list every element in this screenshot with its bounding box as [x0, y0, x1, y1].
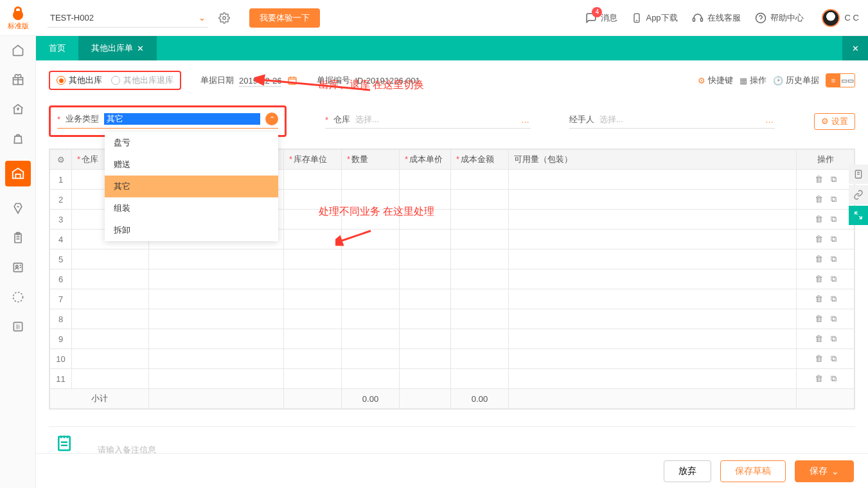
table-row[interactable]: 9🗑⧉: [50, 329, 855, 349]
remark-bar: 备注信息 请输入备注信息: [49, 426, 855, 453]
business-type-value[interactable]: 其它: [104, 113, 260, 125]
nav-process-icon[interactable]: [10, 289, 26, 305]
copy-icon[interactable]: ⧉: [831, 234, 837, 244]
nav-contacts-icon[interactable]: [10, 260, 26, 275]
chevron-down-icon: ⌄: [831, 466, 839, 476]
more-icon[interactable]: …: [521, 115, 531, 125]
nav-home-icon[interactable]: [10, 42, 26, 58]
close-all-tabs[interactable]: ✕: [842, 36, 868, 60]
nav-gift-icon[interactable]: [10, 72, 26, 87]
copy-icon[interactable]: ⧉: [831, 314, 837, 323]
delete-icon[interactable]: 🗑: [815, 274, 823, 284]
nav-new-icon[interactable]: 新: [10, 319, 26, 334]
dropdown-option[interactable]: 拆卸: [105, 219, 278, 241]
edition-label: 标准版: [8, 21, 29, 31]
nav-bag-icon[interactable]: [10, 131, 26, 147]
save-draft-button[interactable]: 保存草稿: [720, 460, 786, 482]
row-index: 1: [50, 170, 72, 190]
nav-warehouse-icon[interactable]: [5, 161, 31, 186]
copy-icon[interactable]: ⧉: [831, 374, 837, 383]
tab-home[interactable]: 首页: [36, 36, 78, 60]
delete-icon[interactable]: 🗑: [815, 194, 823, 204]
copy-icon[interactable]: ⧉: [831, 274, 837, 284]
delete-icon[interactable]: 🗑: [815, 214, 823, 224]
page-body: 其他出库 其他出库退库 单据日期 2019-12-26 单据: [36, 60, 868, 453]
dropdown-option[interactable]: 赠送: [105, 154, 278, 176]
delete-icon[interactable]: 🗑: [815, 254, 823, 264]
row-index: 5: [50, 249, 72, 269]
delete-icon[interactable]: 🗑: [815, 314, 823, 323]
nav-inbound-icon[interactable]: [10, 102, 26, 117]
col-cost-price: 成本单价: [400, 150, 451, 170]
copy-icon[interactable]: ⧉: [831, 194, 837, 204]
delete-icon[interactable]: 🗑: [815, 174, 823, 184]
radio-other-outbound[interactable]: 其他出库: [57, 75, 102, 86]
remark-input[interactable]: 请输入备注信息: [98, 444, 855, 454]
copy-icon[interactable]: ⧉: [831, 354, 837, 363]
nav-finance-icon[interactable]: [10, 201, 26, 216]
discard-button[interactable]: 放弃: [664, 460, 711, 482]
avatar[interactable]: [822, 9, 840, 27]
more-icon[interactable]: …: [765, 115, 775, 125]
copy-icon[interactable]: ⧉: [831, 214, 837, 224]
table-row[interactable]: 7🗑⧉: [50, 289, 855, 309]
shortcut-button[interactable]: ⚙快捷键: [698, 75, 733, 86]
messages-button[interactable]: 消息 4: [585, 12, 617, 24]
help-center-button[interactable]: 帮助中心: [755, 12, 804, 24]
copy-icon[interactable]: ⧉: [831, 294, 837, 303]
delete-icon[interactable]: 🗑: [815, 294, 823, 303]
row-index: 8: [50, 309, 72, 329]
chevron-up-icon[interactable]: ⌃: [265, 113, 278, 125]
dropdown-option-selected[interactable]: 其它: [105, 176, 278, 197]
tenant-select[interactable]: TEST-H002 ⌄: [48, 8, 208, 28]
table-row[interactable]: 11🗑⧉: [50, 369, 855, 389]
table-row[interactable]: 6🗑⧉: [50, 269, 855, 289]
warehouse-field[interactable]: * 仓库 选择... …: [325, 114, 531, 129]
row-ops: 🗑⧉: [797, 210, 855, 230]
dropdown-option[interactable]: 盘亏: [105, 132, 278, 154]
row-ops: 🗑⧉: [797, 249, 855, 269]
expand-icon[interactable]: [849, 206, 868, 225]
col-qty: 数量: [342, 150, 400, 170]
svg-text:新: 新: [15, 323, 21, 330]
tab-other-outbound[interactable]: 其他出库单 ✕: [78, 36, 157, 60]
online-service-button[interactable]: 在线客服: [692, 12, 741, 24]
copy-icon[interactable]: ⧉: [831, 334, 837, 343]
copy-icon[interactable]: ⧉: [831, 254, 837, 264]
link-icon[interactable]: [849, 185, 868, 204]
table-row[interactable]: 5🗑⧉: [50, 249, 855, 269]
table-row[interactable]: 8🗑⧉: [50, 309, 855, 329]
handler-field[interactable]: 经手人 选择... …: [569, 114, 775, 129]
delete-icon[interactable]: 🗑: [815, 354, 823, 363]
experience-button[interactable]: 我要体验一下: [249, 8, 320, 28]
view-toggle[interactable]: ≡ ▭▭: [826, 73, 855, 87]
dropdown-option[interactable]: 组装: [105, 197, 278, 219]
note-icon[interactable]: [849, 165, 868, 184]
list-view-icon[interactable]: ≡: [826, 74, 840, 87]
close-icon[interactable]: ✕: [137, 44, 144, 53]
delete-icon[interactable]: 🗑: [815, 374, 823, 383]
settings-button[interactable]: ⚙ 设置: [814, 113, 855, 130]
ops-button[interactable]: ▦操作: [740, 75, 766, 86]
save-button[interactable]: 保存 ⌄: [795, 460, 854, 482]
username[interactable]: C C: [845, 13, 859, 23]
history-button[interactable]: 🕑历史单据: [773, 75, 819, 86]
row-index: 7: [50, 289, 72, 309]
row-index: 3: [50, 210, 72, 230]
nav-clipboard-icon[interactable]: [10, 230, 26, 246]
grid-settings-icon[interactable]: ⚙: [50, 150, 72, 170]
copy-icon[interactable]: ⧉: [831, 174, 837, 184]
tab-bar: 首页 其他出库单 ✕ ✕: [36, 36, 868, 60]
app-download-button[interactable]: App下载: [632, 12, 677, 24]
card-view-icon[interactable]: ▭▭: [840, 74, 855, 87]
radio-other-return[interactable]: 其他出库退库: [111, 75, 173, 86]
gear-icon[interactable]: [218, 12, 230, 24]
row-ops: 🗑⧉: [797, 369, 855, 389]
doc-date-value[interactable]: 2019-12-26: [239, 76, 282, 86]
delete-icon[interactable]: 🗑: [815, 334, 823, 343]
svg-point-5: [756, 13, 765, 23]
business-type-dropdown: 盘亏 赠送 其它 组装 拆卸: [105, 132, 278, 241]
delete-icon[interactable]: 🗑: [815, 234, 823, 244]
table-row[interactable]: 10🗑⧉: [50, 349, 855, 369]
calendar-icon[interactable]: [287, 75, 297, 86]
